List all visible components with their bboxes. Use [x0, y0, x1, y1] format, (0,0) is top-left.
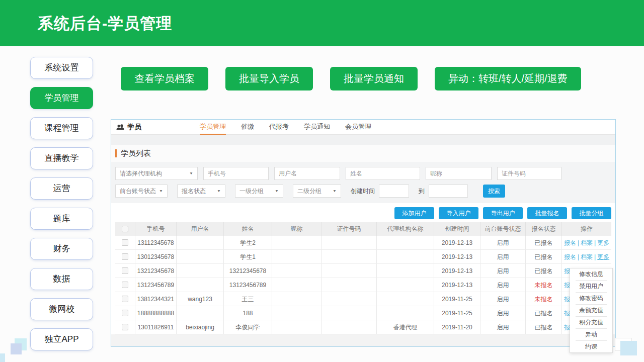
menu-item-4[interactable]: 积分充值: [570, 317, 612, 328]
cell-nickname: [272, 250, 321, 263]
quick-button-2[interactable]: 批量学员通知: [330, 67, 418, 90]
sidebar-item-2[interactable]: 课程管理: [30, 117, 93, 139]
filter-select-row2-2[interactable]: 一级分组▼: [235, 185, 283, 198]
date-input-1[interactable]: [429, 185, 468, 198]
menu-item-0[interactable]: 修改信息: [570, 268, 612, 280]
filter-input-4[interactable]: [426, 167, 492, 180]
row-checkbox[interactable]: [122, 296, 128, 302]
chevron-down-icon: ▼: [217, 189, 221, 193]
profile-link[interactable]: 档案: [581, 253, 593, 260]
action-button-4[interactable]: 批量分组: [572, 207, 611, 219]
cell-account_status: 启用: [480, 292, 526, 306]
cell-agency: 香港代理: [377, 320, 434, 334]
module-label: 学员: [127, 123, 141, 132]
top-banner: 系统后台-学员管理: [0, 0, 644, 46]
quick-button-0[interactable]: 查看学员档案: [121, 67, 208, 90]
row-checkbox-cell: [115, 250, 135, 263]
sidebar-item-7[interactable]: 数据: [30, 268, 93, 290]
cell-id_number: [321, 306, 377, 320]
cell-username: [177, 250, 224, 263]
more-link[interactable]: 更多: [597, 253, 609, 260]
quick-button-3[interactable]: 异动：转班/转人/延期/退费: [435, 67, 581, 90]
filter-select-row2-1[interactable]: 报名状态▼: [177, 185, 225, 198]
column-header-4: 昵称: [272, 222, 321, 236]
cell-agency: [377, 278, 434, 292]
filter-input-3[interactable]: [346, 167, 420, 180]
cell-nickname: [272, 292, 321, 306]
row-checkbox[interactable]: [122, 324, 128, 330]
column-header-3: 姓名: [224, 222, 272, 236]
decoration-square: [11, 343, 22, 354]
cell-name: 学生1: [224, 250, 272, 263]
sidebar-item-3[interactable]: 直播教学: [30, 147, 93, 169]
menu-item-3[interactable]: 余额充值: [570, 305, 612, 316]
row-checkbox[interactable]: [122, 239, 128, 246]
sidebar-item-1[interactable]: 学员管理: [30, 87, 93, 109]
sidebar-item-6[interactable]: 财务: [30, 238, 93, 260]
sidebar-item-4[interactable]: 运营: [30, 177, 93, 200]
select-all-checkbox[interactable]: [122, 226, 128, 232]
table-body: 13112345678学生22019-12-13启用已报名报名|档案|更多130…: [115, 236, 611, 334]
sidebar-item-9[interactable]: 独立APP: [30, 328, 93, 350]
tab-2[interactable]: 代报考: [269, 120, 289, 135]
tab-0[interactable]: 学员管理: [200, 120, 226, 135]
menu-item-2[interactable]: 修改密码: [570, 293, 612, 304]
decoration-square: [620, 341, 637, 355]
chevron-down-icon: ▼: [333, 189, 337, 193]
enroll-link[interactable]: 报名: [564, 253, 576, 260]
filter-input-2[interactable]: [274, 167, 340, 180]
row-checkbox[interactable]: [122, 310, 128, 316]
action-button-3[interactable]: 批量报名: [527, 207, 567, 219]
filter-select-value: 前台账号状态: [120, 187, 156, 196]
sidebar-item-0[interactable]: 系统设置: [30, 57, 93, 79]
column-header-1: 手机号: [135, 222, 177, 236]
cell-created: 2019-11-20: [434, 320, 480, 334]
student-panel: 学员 学员管理催缴代报考学员通知会员管理 学员列表 请选择代理机构▼ 前台账号状…: [111, 119, 616, 347]
panel-tabs: 学员管理催缴代报考学员通知会员管理: [200, 120, 371, 134]
date-input-0[interactable]: [379, 185, 409, 198]
row-checkbox-cell: [115, 320, 135, 334]
cell-agency: [377, 306, 434, 320]
filter-select-row2-0[interactable]: 前台账号状态▼: [115, 185, 168, 198]
column-header-2: 用户名: [177, 222, 224, 236]
menu-item-6[interactable]: 约课: [570, 341, 612, 352]
quick-buttons-row: 查看学员档案批量导入学员批量学员通知异动：转班/转人/延期/退费: [121, 67, 581, 90]
action-button-2[interactable]: 导出用户: [483, 207, 523, 219]
page: 系统后台-学员管理 系统设置学员管理课程管理直播教学运营题库财务数据微网校独立A…: [0, 0, 644, 362]
filter-input-1[interactable]: [203, 167, 269, 180]
row-checkbox[interactable]: [122, 267, 128, 274]
row-checkbox[interactable]: [122, 253, 128, 260]
cell-agency: [377, 292, 434, 306]
menu-item-5[interactable]: 异动: [570, 329, 612, 340]
chevron-down-icon: ▼: [159, 189, 163, 193]
sidebar-item-5[interactable]: 题库: [30, 208, 93, 230]
action-button-0[interactable]: 添加用户: [394, 207, 434, 219]
tab-4[interactable]: 会员管理: [345, 120, 371, 135]
link-separator: |: [578, 239, 579, 246]
search-button[interactable]: 搜索: [483, 185, 505, 198]
cell-account_status: 启用: [480, 250, 526, 263]
row-checkbox-cell: [115, 278, 135, 292]
link-separator: |: [594, 239, 596, 246]
tab-3[interactable]: 学员通知: [304, 120, 330, 135]
filter-select-row2-3[interactable]: 二级分组▼: [293, 185, 341, 198]
filter-input-5[interactable]: [497, 167, 561, 180]
row-checkbox[interactable]: [122, 282, 128, 288]
panel-header: 学员 学员管理催缴代报考学员通知会员管理: [111, 120, 615, 135]
quick-button-1[interactable]: 批量导入学员: [225, 67, 313, 90]
link-separator: |: [594, 253, 596, 260]
section-accent-bar: [115, 149, 117, 157]
profile-link[interactable]: 档案: [581, 239, 593, 246]
cell-operations: 报名|档案|更多: [562, 236, 611, 249]
sidebar-item-8[interactable]: 微网校: [30, 298, 93, 320]
menu-item-1[interactable]: 禁用用户: [570, 281, 612, 292]
cell-id_number: [321, 236, 377, 249]
cell-reg-status: 已报名: [526, 306, 562, 320]
action-button-1[interactable]: 导入用户: [439, 207, 478, 219]
enroll-link[interactable]: 报名: [564, 239, 576, 246]
cell-account_status: 启用: [480, 306, 526, 320]
tab-1[interactable]: 催缴: [241, 120, 254, 135]
column-header-8: 前台账号状态: [480, 222, 526, 236]
filter-select-0[interactable]: 请选择代理机构▼: [115, 167, 198, 180]
more-link[interactable]: 更多: [597, 239, 609, 246]
